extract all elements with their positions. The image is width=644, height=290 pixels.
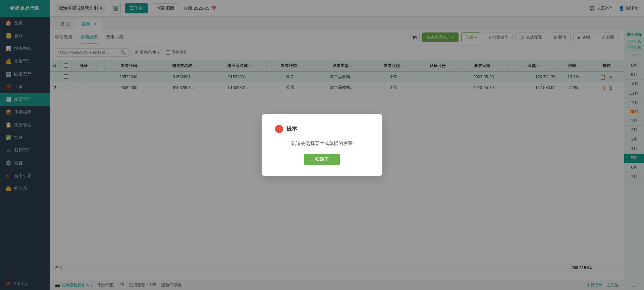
modal-dialog: ! 提示 亲,请先选择要生成单据的发票! 知道了 [262, 114, 382, 176]
modal-body: 亲,请先选择要生成单据的发票! [290, 140, 354, 147]
modal-title: 提示 [286, 125, 297, 132]
modal-footer: 知道了 [304, 154, 340, 165]
modal-ok-btn[interactable]: 知道了 [304, 154, 340, 165]
modal-warning-icon: ! [275, 125, 283, 133]
modal-header: ! 提示 [275, 125, 297, 133]
modal-overlay[interactable]: ! 提示 亲,请先选择要生成单据的发票! 知道了 [0, 0, 644, 290]
